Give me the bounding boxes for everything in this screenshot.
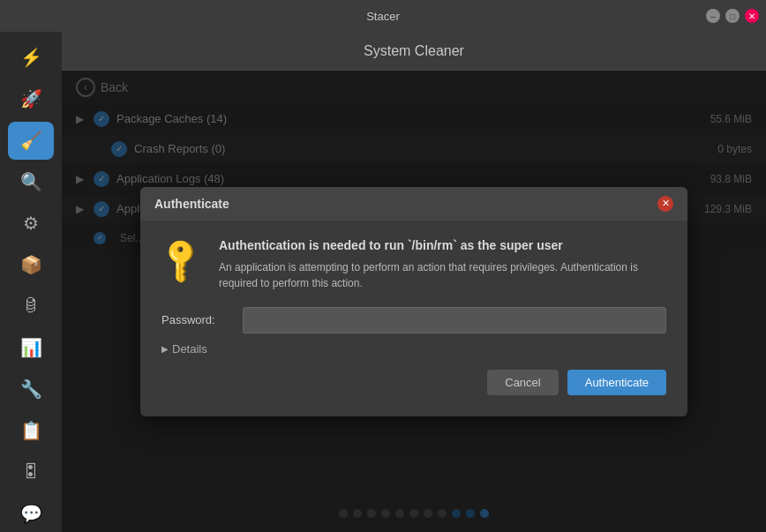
window-controls: – □ ✕ — [706, 9, 759, 23]
key-icon: 🔑 — [154, 233, 209, 288]
sidebar-item-settings[interactable]: 🎛 — [8, 453, 54, 491]
app-body: ⚡ 🚀 🧹 🔍 ⚙ 📦 🛢 📊 🔧 📋 🎛 💬 System Cleaner ‹… — [0, 32, 766, 532]
sidebar-item-terminal[interactable]: 💬 — [8, 494, 54, 532]
sidebar-item-apt[interactable]: 📋 — [8, 411, 54, 449]
sidebar-item-services[interactable]: ⚙ — [8, 205, 54, 243]
modal-header: Authenticate ✕ — [140, 187, 687, 221]
main-content: System Cleaner ‹ Back ▶ ✓ Package Caches… — [62, 32, 766, 532]
sidebar-item-stats[interactable]: 📊 — [8, 328, 54, 366]
modal-text-area: Authentication is needed to run `/bin/rm… — [219, 238, 666, 291]
modal-body: 🔑 Authentication is needed to run `/bin/… — [140, 221, 687, 416]
details-arrow-icon: ▶ — [161, 344, 169, 354]
modal-top-section: 🔑 Authentication is needed to run `/bin/… — [161, 238, 666, 291]
modal-sub-text: An application is attempting to perform … — [219, 259, 666, 291]
sidebar-item-tools[interactable]: 🔧 — [8, 370, 54, 408]
details-label: Details — [172, 342, 207, 356]
maximize-button[interactable]: □ — [725, 9, 740, 23]
modal-main-text: Authentication is needed to run `/bin/rm… — [219, 238, 666, 252]
app-title: Stacer — [366, 10, 400, 23]
cancel-button[interactable]: Cancel — [487, 370, 558, 395]
modal-overlay: Authenticate ✕ 🔑 Authentication is neede… — [62, 71, 766, 532]
sidebar-item-cleaner[interactable]: 🧹 — [8, 122, 54, 160]
password-input[interactable] — [243, 307, 666, 333]
sidebar: ⚡ 🚀 🧹 🔍 ⚙ 📦 🛢 📊 🔧 📋 🎛 💬 — [0, 32, 62, 532]
sidebar-item-startup[interactable]: 🚀 — [8, 80, 54, 118]
sidebar-item-resources[interactable]: 🛢 — [8, 288, 54, 326]
minimize-button[interactable]: – — [706, 9, 720, 23]
authenticate-button[interactable]: Authenticate — [567, 370, 666, 395]
content-area: ‹ Back ▶ ✓ Package Caches (14) 55.6 MiB … — [62, 71, 766, 532]
titlebar: Stacer – □ ✕ — [0, 0, 766, 32]
password-row: Password: — [161, 307, 666, 333]
page-title: System Cleaner — [364, 43, 464, 59]
modal-title: Authenticate — [154, 197, 229, 211]
modal-close-button[interactable]: ✕ — [657, 196, 673, 212]
details-row[interactable]: ▶ Details — [161, 342, 666, 356]
close-button[interactable]: ✕ — [745, 9, 759, 23]
password-label: Password: — [161, 313, 232, 326]
sidebar-item-dashboard[interactable]: ⚡ — [8, 39, 54, 77]
authenticate-modal: Authenticate ✕ 🔑 Authentication is neede… — [140, 187, 687, 416]
sidebar-item-uninstaller[interactable]: 📦 — [8, 246, 54, 284]
sidebar-item-search[interactable]: 🔍 — [8, 163, 54, 201]
page-header: System Cleaner — [62, 32, 766, 71]
modal-footer: Cancel Authenticate — [161, 370, 666, 399]
